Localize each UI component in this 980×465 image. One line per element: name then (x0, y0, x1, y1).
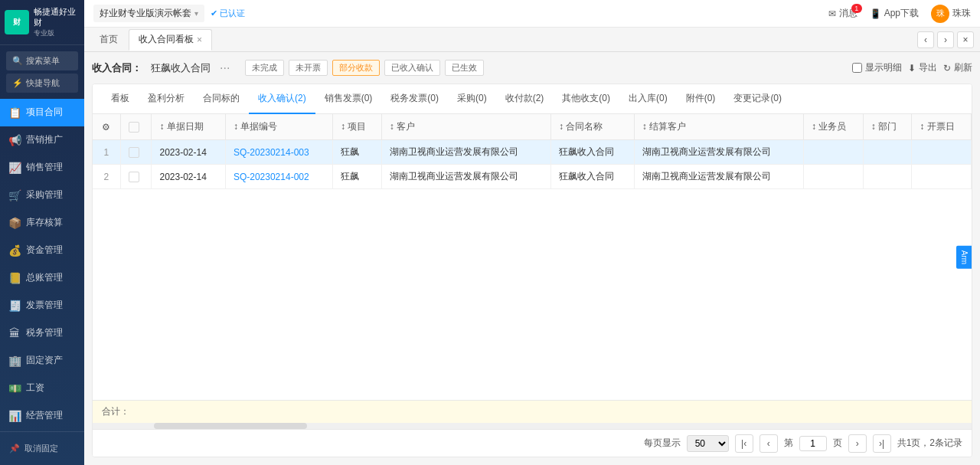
project-col-header[interactable]: ↕ 项目 (333, 114, 382, 140)
number-col-header[interactable]: ↕ 单据编号 (225, 114, 332, 140)
message-button[interactable]: ✉ 消息 1 (828, 7, 858, 20)
select-all-checkbox[interactable] (129, 122, 139, 133)
status-tag-2[interactable]: 部分收款 (332, 60, 380, 76)
check-icon: ✔ (211, 8, 217, 18)
date-col-header[interactable]: ↕ 单据日期 (152, 114, 225, 140)
status-tag-3[interactable]: 已收入确认 (384, 60, 440, 76)
sidebar-item-2[interactable]: 📈销售管理 (0, 154, 84, 182)
refresh-button[interactable]: ↻ 刷新 (943, 61, 972, 74)
main-area: 好业财专业版演示帐套 ▾ ✔ 已认证 ✉ 消息 1 📱 App下载 珠 珠珠 (84, 0, 980, 465)
table-row[interactable]: 1 2023-02-14 SQ-20230214-003 狂飙 湖南卫视商业运营… (93, 140, 972, 165)
sidebar-item-label-6: 总账管理 (26, 271, 63, 284)
tab-income-contract[interactable]: 收入合同看板 × (129, 29, 212, 51)
settings-col-header[interactable]: ⚙ (93, 114, 120, 140)
show-detail-checkbox[interactable]: 显示明细 (852, 61, 902, 74)
search-icon: 🔍 (12, 56, 23, 66)
tab-home[interactable]: 首页 (90, 29, 127, 51)
inner-tab-1[interactable]: 盈利分析 (139, 84, 194, 114)
first-page-button[interactable]: |‹ (735, 434, 753, 453)
sidebar-item-icon-4: 📦 (8, 216, 21, 230)
prev-page-button[interactable]: ‹ (760, 434, 778, 453)
sidebar-bottom[interactable]: 📌 取消固定 (0, 431, 84, 465)
sidebar-item-3[interactable]: 🛒采购管理 (0, 182, 84, 209)
status-tag-4[interactable]: 已生效 (445, 60, 484, 76)
detail-checkbox-input[interactable] (852, 63, 862, 73)
table-row[interactable]: 2 2023-02-14 SQ-20230214-002 狂飙 湖南卫视商业运营… (93, 165, 972, 189)
table-container[interactable]: ⚙ ↕ 单据日期 ↕ 单据编号 ↕ 项目 ↕ 客户 ↕ 合同名称 ↕ 结算客户 … (93, 114, 972, 400)
sidebar-item-icon-6: 📒 (8, 271, 21, 285)
horizontal-scrollbar[interactable] (93, 423, 972, 429)
department-col-header[interactable]: ↕ 部门 (863, 114, 912, 140)
tab-close-icon[interactable]: × (197, 34, 202, 45)
sidebar-item-8[interactable]: 🏛税务管理 (0, 319, 84, 347)
more-options-icon[interactable]: ··· (220, 61, 230, 75)
tab-home-label: 首页 (100, 33, 118, 46)
app-download-button[interactable]: 📱 App下载 (870, 7, 919, 20)
sidebar-item-icon-3: 🛒 (8, 188, 21, 202)
inner-tab-0[interactable]: 看板 (102, 84, 139, 114)
tab-income-contract-label: 收入合同看板 (139, 33, 194, 46)
sidebar-item-10[interactable]: 💵工资 (0, 375, 84, 402)
logo-text-area: 畅捷通好业财 专业版 (34, 6, 80, 38)
per-page-select[interactable]: 50 100 200 (687, 435, 729, 452)
search-menu-button[interactable]: 🔍 搜索菜单 (6, 51, 78, 70)
quick-nav-button[interactable]: ⚡ 快捷导航 (6, 74, 78, 93)
company-selector[interactable]: 好业财专业版演示帐套 ▾ (93, 5, 204, 22)
row-number-0[interactable]: SQ-20230214-003 (225, 140, 332, 165)
export-button[interactable]: ⬇ 导出 (908, 61, 937, 74)
inner-tab-5[interactable]: 税务发票(0) (381, 84, 448, 114)
next-page-button[interactable]: › (848, 434, 867, 453)
row-checkbox-1[interactable] (120, 165, 152, 189)
inner-tab-6[interactable]: 采购(0) (448, 84, 496, 114)
page-input[interactable] (799, 436, 827, 451)
settlement-customer-col-header[interactable]: ↕ 结算客户 (634, 114, 803, 140)
inner-tab-7[interactable]: 收付款(2) (496, 84, 554, 114)
status-tag-0[interactable]: 未完成 (245, 60, 284, 76)
customer-col-header[interactable]: ↕ 客户 (381, 114, 550, 140)
unpin-button[interactable]: 📌 取消固定 (6, 438, 78, 459)
sidebar-item-label-8: 税务管理 (26, 326, 63, 339)
sidebar-item-1[interactable]: 📢营销推广 (0, 126, 84, 154)
sidebar-item-label-4: 库存核算 (26, 216, 63, 229)
sidebar-item-0[interactable]: 📋项目合同 (0, 99, 84, 126)
scrollbar-thumb[interactable] (154, 423, 307, 429)
panel-nav-buttons: ‹ › × (917, 31, 974, 48)
inner-tab-11[interactable]: 变更记录(0) (724, 84, 791, 114)
row-checkbox-0[interactable] (120, 140, 152, 165)
user-avatar-area[interactable]: 珠 珠珠 (931, 5, 971, 23)
inner-tab-3[interactable]: 收入确认(2) (249, 84, 315, 114)
inner-tab-10[interactable]: 附件(0) (677, 84, 725, 114)
sidebar-item-5[interactable]: 💰资金管理 (0, 237, 84, 264)
search-menu-label: 搜索菜单 (26, 55, 60, 67)
quick-nav-label: 快捷导航 (26, 77, 60, 89)
invoice-date-col-header[interactable]: ↕ 开票日 (912, 114, 972, 140)
user-name: 珠珠 (952, 7, 971, 20)
inner-tab-8[interactable]: 其他收支(0) (553, 84, 619, 114)
unpin-label: 取消固定 (24, 443, 58, 454)
arm-float-button[interactable]: Arm (956, 245, 972, 268)
app-download-label: App下载 (884, 7, 919, 20)
row-number-1[interactable]: SQ-20230214-002 (225, 165, 332, 189)
sidebar-item-icon-8: 🏛 (8, 326, 21, 340)
checkbox-col-header[interactable] (120, 114, 152, 140)
last-page-button[interactable]: ›| (873, 434, 891, 453)
sidebar-item-9[interactable]: 🏢固定资产 (0, 347, 84, 375)
sidebar-item-7[interactable]: 🧾发票管理 (0, 292, 84, 319)
sidebar-item-11[interactable]: 📊经营管理 (0, 402, 84, 430)
salesperson-col-header[interactable]: ↕ 业务员 (804, 114, 864, 140)
logo-icon: 财 (5, 10, 29, 34)
status-tag-1[interactable]: 未开票 (289, 60, 328, 76)
refresh-icon: ↻ (943, 63, 951, 74)
inner-tab-2[interactable]: 合同标的 (194, 84, 249, 114)
contract-name-col-header[interactable]: ↕ 合同名称 (550, 114, 634, 140)
row-index-0: 1 (93, 140, 120, 165)
row-contract-name-0: 狂飙收入合同 (550, 140, 634, 165)
inner-tab-4[interactable]: 销售发票(0) (315, 84, 382, 114)
sidebar-item-6[interactable]: 📒总账管理 (0, 264, 84, 292)
panel-close-button[interactable]: × (957, 31, 974, 48)
inner-tab-9[interactable]: 出入库(0) (619, 84, 677, 114)
chevron-down-icon: ▾ (194, 9, 198, 18)
panel-prev-button[interactable]: ‹ (917, 31, 934, 48)
panel-next-button[interactable]: › (937, 31, 954, 48)
sidebar-item-4[interactable]: 📦库存核算 (0, 209, 84, 237)
